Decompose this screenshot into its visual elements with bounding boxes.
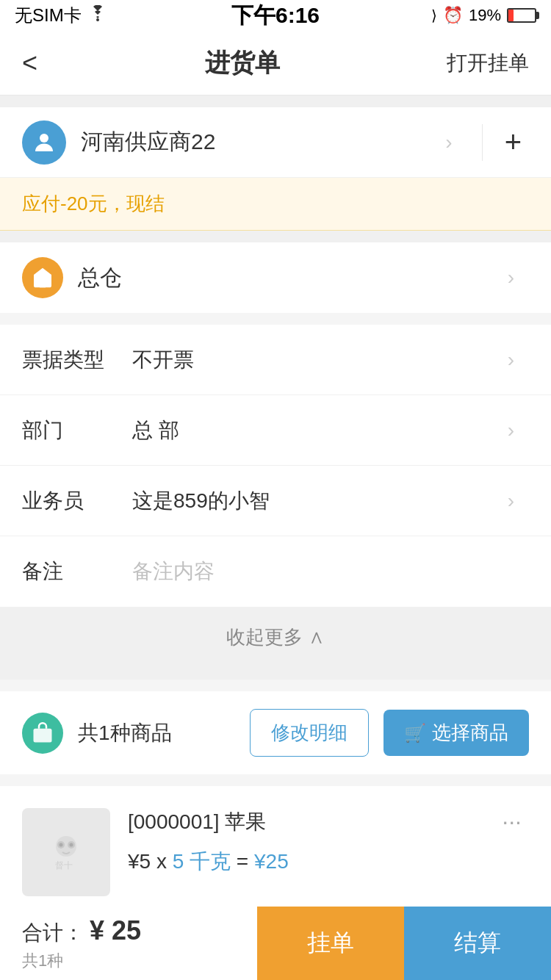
person-icon [31, 129, 57, 156]
warehouse-name: 总仓 [78, 263, 508, 293]
product-name: [0000001] 苹果 [128, 808, 477, 836]
form-section: 票据类型 不开票 › 部门 总 部 › 业务员 这是859的小智 › 备注 备注… [0, 325, 551, 607]
time-display: 下午6:16 [231, 1, 320, 31]
remark-input[interactable]: 备注内容 [118, 558, 529, 586]
warehouse-chevron-icon: › [508, 266, 514, 289]
product-card: 督十 [0000001] 苹果 ¥5 x 5 千克 = ¥25 ··· [0, 786, 551, 918]
product-icon [22, 713, 63, 754]
product-more-button[interactable]: ··· [494, 808, 529, 835]
hang-order-button[interactable]: 挂单 [257, 907, 404, 980]
open-pending-button[interactable]: 打开挂单 [447, 49, 529, 77]
page-title: 进货单 [205, 46, 280, 80]
alarm-icon: ⏰ [443, 6, 463, 25]
salesperson-label: 业务员 [22, 487, 118, 515]
product-price: ¥5 x 5 千克 = ¥25 [128, 848, 477, 876]
checkout-button[interactable]: 结算 [404, 907, 551, 980]
remark-row[interactable]: 备注 备注内容 [0, 536, 551, 607]
section-gap-3 [0, 668, 551, 680]
status-right: ⟩ ⏰ 19% [431, 6, 536, 25]
product-header: 共1种商品 修改明细 🛒 选择商品 [0, 691, 551, 774]
department-value: 总 部 [118, 417, 508, 444]
remark-label: 备注 [22, 558, 118, 586]
home-icon [31, 266, 54, 289]
department-chevron-icon: › [508, 419, 514, 442]
warehouse-row[interactable]: 总仓 › [0, 242, 551, 313]
battery-icon [507, 8, 536, 23]
total-main: 合计： ¥ 25 [22, 915, 235, 947]
nav-bar: < 进货单 打开挂单 [0, 31, 551, 96]
collapse-button[interactable]: 收起更多 ∧ [0, 607, 551, 668]
total-sub: 共1种 [22, 950, 235, 972]
edit-detail-button[interactable]: 修改明细 [250, 709, 369, 757]
location-icon: ⟩ [431, 7, 437, 24]
shopping-bag-icon [32, 722, 54, 744]
salesperson-value: 这是859的小智 [118, 487, 508, 515]
select-product-button[interactable]: 🛒 选择商品 [383, 710, 529, 756]
svg-point-7 [70, 843, 73, 847]
total-section: 合计： ¥ 25 共1种 [0, 915, 257, 972]
battery-pct: 19% [469, 6, 501, 25]
status-bar: 无SIM卡 下午6:16 ⟩ ⏰ 19% [0, 0, 551, 31]
svg-point-6 [60, 843, 63, 847]
notice-banner: 应付-20元，现结 [0, 178, 551, 231]
back-button[interactable]: < [22, 48, 37, 79]
total-label: 合计： [22, 919, 84, 947]
department-row[interactable]: 部门 总 部 › [0, 395, 551, 466]
invoice-type-value: 不开票 [118, 346, 508, 374]
supplier-name: 河南供应商22 [81, 127, 445, 157]
invoice-type-chevron-icon: › [508, 348, 514, 372]
supplier-chevron-icon: › [445, 131, 452, 154]
product-count-label: 共1种商品 [78, 719, 235, 747]
svg-rect-2 [34, 728, 52, 742]
svg-text:督十: 督十 [55, 860, 73, 871]
supplier-row[interactable]: 河南供应商22 › + [0, 107, 551, 178]
add-supplier-button[interactable]: + [497, 126, 529, 159]
department-label: 部门 [22, 417, 118, 444]
product-thumbnail: 督十 [22, 808, 110, 896]
cart-icon: 🛒 [404, 723, 426, 743]
owl-logo-icon: 督十 [44, 830, 88, 874]
section-gap-2 [0, 231, 551, 242]
supplier-divider [482, 124, 483, 161]
section-gap-1 [0, 96, 551, 107]
svg-point-1 [40, 134, 48, 143]
product-info: [0000001] 苹果 ¥5 x 5 千克 = ¥25 [128, 808, 477, 876]
supplier-avatar [22, 120, 66, 165]
carrier-label: 无SIM卡 [15, 4, 82, 27]
svg-point-0 [96, 18, 99, 21]
invoice-type-row[interactable]: 票据类型 不开票 › [0, 325, 551, 395]
salesperson-chevron-icon: › [508, 489, 514, 513]
salesperson-row[interactable]: 业务员 这是859的小智 › [0, 466, 551, 536]
total-amount: ¥ 25 [90, 915, 141, 946]
invoice-type-label: 票据类型 [22, 346, 118, 374]
status-left: 无SIM卡 [15, 4, 108, 27]
wifi-icon [87, 5, 108, 26]
bottom-bar: 合计： ¥ 25 共1种 挂单 结算 [0, 907, 551, 980]
warehouse-icon [22, 257, 63, 298]
